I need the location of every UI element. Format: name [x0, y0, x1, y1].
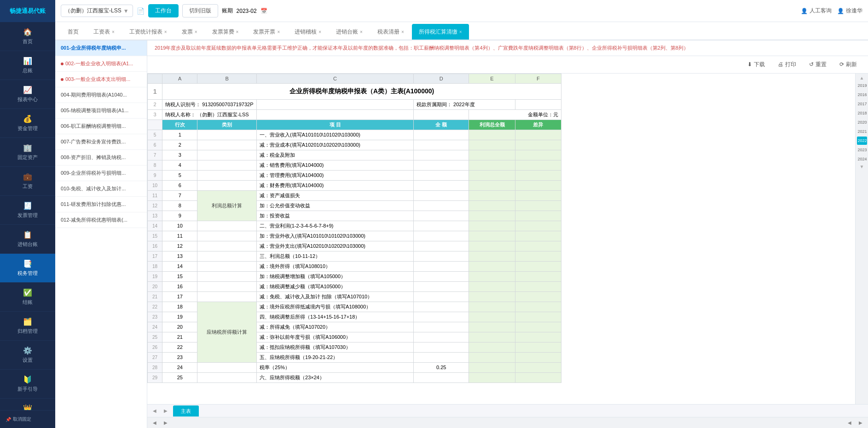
timeline-2020[interactable]: 2020 — [857, 118, 867, 126]
cell-7-E[interactable] — [469, 190, 515, 200]
sidebar-item-home[interactable]: 🏠 首页 — [0, 22, 55, 51]
cell-8-C[interactable]: 加：公允价值变动收益 — [257, 200, 414, 211]
cell-1-D[interactable] — [414, 130, 469, 140]
left-panel-item-005[interactable]: 005-纳税调整项目明细表(A1... — [55, 103, 147, 119]
cell-2-A[interactable]: 2 — [162, 140, 197, 150]
cell-4-D[interactable] — [414, 160, 469, 170]
cell-23-E[interactable] — [469, 352, 515, 362]
cell-23-F[interactable] — [515, 352, 561, 362]
cell-11-A[interactable]: 11 — [162, 231, 197, 241]
left-panel-item-011[interactable]: 011-研发费用加计扣除优惠... — [55, 197, 147, 212]
sidebar-item-ledger[interactable]: 📊 总账 — [0, 51, 55, 80]
cell-13-B[interactable] — [197, 251, 257, 261]
cell-22-E[interactable] — [469, 342, 515, 352]
timeline-2024[interactable]: 2024 — [857, 155, 867, 163]
worktab-button[interactable]: 工作台 — [148, 4, 179, 17]
cell-23-C[interactable]: 五、应纳税所得额（19-20-21-22） — [257, 352, 414, 362]
unpin-button[interactable]: 📌 取消固定 — [6, 416, 50, 422]
company-selector[interactable]: （勿删）江西服宝-LSS ▼ — [61, 5, 133, 17]
cell-22-A[interactable]: 22 — [162, 342, 197, 352]
cell-19-A[interactable]: 19 — [162, 312, 197, 322]
cell-23-D[interactable] — [414, 352, 469, 362]
cell-20-D[interactable] — [414, 322, 469, 332]
sidebar-item-settings[interactable]: ⚙️ 设置 — [0, 341, 55, 370]
cell-22-D[interactable] — [414, 342, 469, 352]
scroll-right-btn[interactable]: ▶ — [859, 420, 862, 425]
cell-1-C[interactable]: 一、营业收入(填写A101010\101020\103000) — [257, 130, 414, 140]
left-panel-item-001[interactable]: 001-企业所得税年度纳税申... — [55, 40, 147, 56]
cell-25-D[interactable] — [414, 372, 469, 382]
cell-22-F[interactable] — [515, 342, 561, 352]
cell-16-E[interactable] — [469, 281, 515, 291]
cell-10-F[interactable] — [515, 221, 561, 231]
cell-24-C[interactable]: 税率（25%） — [257, 362, 414, 372]
cell-25-E[interactable] — [469, 372, 515, 382]
cell-16-F[interactable] — [515, 281, 561, 291]
cell-21-F[interactable] — [515, 332, 561, 342]
cell-12-E[interactable] — [469, 241, 515, 251]
cell-24-B[interactable] — [197, 362, 257, 372]
cell-3-E[interactable] — [469, 150, 515, 160]
sidebar-item-salary[interactable]: 💼 工资 — [0, 167, 55, 196]
download-button[interactable]: ⬇ 下载 — [744, 59, 769, 70]
cell-18-C[interactable]: 减：境外应税所得抵减境内亏损（填写A108000） — [257, 302, 414, 312]
cell-25-A[interactable]: 25 — [162, 372, 197, 382]
cell-6-B[interactable] — [197, 180, 257, 190]
tab-salary-close[interactable]: × — [112, 29, 115, 34]
sidebar-item-invoice[interactable]: 🧾 发票管理 — [0, 196, 55, 225]
tab-invoice[interactable]: 发票 × — [175, 24, 204, 40]
left-panel-item-007[interactable]: 007-广告费和业务宣传费跌... — [55, 134, 147, 150]
status-cell-nav-left[interactable]: ◀ — [153, 420, 156, 425]
sidebar-item-member[interactable]: 👑 畅会员 — [0, 399, 55, 410]
left-panel-item-009[interactable]: 009-企业所得税补亏损明细... — [55, 165, 147, 181]
cell-3-F[interactable] — [515, 150, 561, 160]
cell-5-D[interactable] — [414, 170, 469, 180]
cell-21-C[interactable]: 减：弥补以前年度亏损（填写A106000） — [257, 332, 414, 342]
tab-tax-list-close[interactable]: × — [401, 29, 404, 34]
cell-21-A[interactable]: 21 — [162, 332, 197, 342]
spreadsheet-main[interactable]: A B C D E F — [147, 74, 855, 405]
cell-9-A[interactable]: 9 — [162, 211, 197, 221]
tab-purchase-ledger-close[interactable]: × — [360, 29, 363, 34]
cell-1-A[interactable]: 1 — [162, 130, 197, 140]
timeline-2017[interactable]: 2017 — [857, 100, 867, 108]
left-panel-item-003[interactable]: 003-一般企业成本支出明细... — [55, 72, 147, 87]
tab-invoice-open[interactable]: 发票开票 × — [246, 24, 287, 40]
switch-version-button[interactable]: 切到旧版 — [182, 4, 218, 17]
cell-13-C[interactable]: 三、利润总额（10-11-12） — [257, 251, 414, 261]
cell-12-B[interactable] — [197, 241, 257, 251]
cell-5-C[interactable]: 减：管理费用(填写A104000) — [257, 170, 414, 180]
tab-home[interactable]: 首页 — [61, 24, 86, 40]
cell-15-D[interactable] — [414, 271, 469, 281]
cell-12-C[interactable]: 减：营业外支出(填写A102010\102020\103000) — [257, 241, 414, 251]
cell-4-F[interactable] — [515, 160, 561, 170]
cell-20-F[interactable] — [515, 322, 561, 332]
refresh-button[interactable]: ⟳ 刷新 — [836, 59, 861, 70]
scroll-left-btn[interactable]: ◀ — [848, 420, 851, 425]
cell-8-F[interactable] — [515, 200, 561, 211]
left-panel-item-012[interactable]: 012-减免所得税优惠明细表(... — [55, 212, 147, 228]
cell-3-D[interactable] — [414, 150, 469, 160]
cell-4-E[interactable] — [469, 160, 515, 170]
cell-20-C[interactable]: 减：所得减免（填写A107020） — [257, 322, 414, 332]
tab-salary-stats[interactable]: 工资统计报表 × — [122, 24, 174, 40]
cell-3-A[interactable]: 3 — [162, 150, 197, 160]
cell-8-E[interactable] — [469, 200, 515, 211]
cell-15-F[interactable] — [515, 271, 561, 281]
cell-3-B[interactable] — [197, 150, 257, 160]
cell-10-C[interactable]: 二、营业利润(1-2-3-4-5-6-7-8+9) — [257, 221, 414, 231]
cell-4-C[interactable]: 减：销售费用(填写A104000) — [257, 160, 414, 170]
cell-8-A[interactable]: 8 — [162, 200, 197, 211]
cell-19-F[interactable] — [515, 312, 561, 322]
timeline-2019[interactable]: 2019 — [857, 81, 867, 90]
cell-7-A[interactable]: 7 — [162, 190, 197, 200]
cell-14-C[interactable]: 减：境外所得（填写A108010） — [257, 261, 414, 271]
cell-12-D[interactable] — [414, 241, 469, 251]
sidebar-item-tax[interactable]: 📑 税务管理 — [0, 254, 55, 283]
cell-11-F[interactable] — [515, 231, 561, 241]
cell-21-D[interactable] — [414, 332, 469, 342]
tab-tax-list[interactable]: 税表清册 × — [370, 24, 411, 40]
timeline-down-arrow[interactable]: ▼ — [860, 164, 864, 169]
sidebar-item-purchase-sales[interactable]: 📋 进销台账 — [0, 225, 55, 254]
cell-13-A[interactable]: 13 — [162, 251, 197, 261]
